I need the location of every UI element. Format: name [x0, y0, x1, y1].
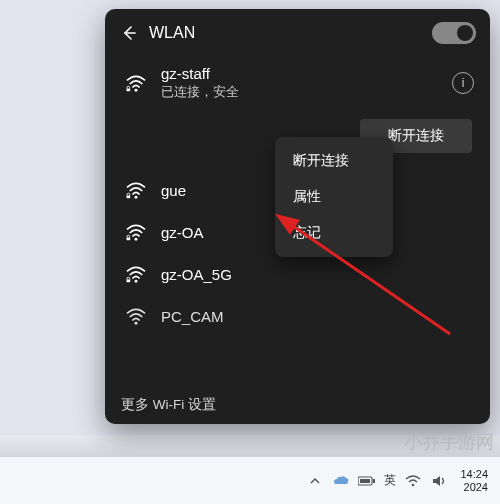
ctx-forget[interactable]: 忘记	[275, 215, 393, 251]
clock-date: 2024	[460, 481, 488, 494]
svg-point-9	[135, 280, 138, 283]
network-info-button[interactable]: i	[452, 72, 474, 94]
svg-rect-8	[127, 238, 131, 241]
tray-volume-icon[interactable]	[430, 472, 448, 490]
svg-point-3	[135, 196, 138, 199]
ctx-disconnect[interactable]: 断开连接	[275, 143, 393, 179]
flyout-title: WLAN	[149, 24, 432, 42]
network-item[interactable]: PC_CAM	[105, 295, 490, 337]
svg-point-0	[135, 89, 138, 92]
wifi-signal-icon	[123, 308, 149, 326]
network-item[interactable]: gz-OA_5G	[105, 253, 490, 295]
svg-rect-11	[127, 280, 131, 283]
ime-indicator[interactable]: 英	[384, 472, 396, 489]
tray-wifi-icon[interactable]	[404, 472, 422, 490]
svg-point-17	[412, 483, 415, 486]
svg-rect-15	[360, 479, 370, 483]
taskbar-shadow	[0, 436, 500, 456]
network-name: PC_CAM	[161, 308, 224, 325]
back-button[interactable]	[115, 19, 143, 47]
battery-icon[interactable]	[358, 472, 376, 490]
network-name: gz-OA	[161, 224, 204, 241]
network-text-block: gz-staff 已连接，安全	[161, 65, 452, 101]
svg-rect-5	[127, 196, 131, 199]
clock-time: 14:24	[460, 468, 488, 481]
network-name: gue	[161, 182, 186, 199]
taskbar: 英 14:24 2024	[0, 456, 500, 504]
wifi-signal-icon	[123, 266, 149, 284]
network-status: 已连接，安全	[161, 83, 452, 101]
network-item-connected[interactable]: gz-staff 已连接，安全 i	[105, 55, 490, 107]
system-tray: 英 14:24 2024	[306, 468, 492, 494]
info-icon: i	[462, 76, 465, 90]
tray-chevron-icon[interactable]	[306, 472, 324, 490]
svg-point-6	[135, 238, 138, 241]
taskbar-clock[interactable]: 14:24 2024	[456, 468, 492, 494]
ctx-properties[interactable]: 属性	[275, 179, 393, 215]
svg-rect-2	[127, 89, 131, 92]
network-name: gz-OA_5G	[161, 266, 232, 283]
wifi-toggle[interactable]	[432, 22, 476, 44]
wifi-signal-icon	[123, 75, 149, 93]
svg-rect-16	[373, 479, 375, 483]
svg-point-12	[135, 322, 138, 325]
network-context-menu: 断开连接 属性 忘记	[275, 137, 393, 257]
wifi-signal-icon	[123, 182, 149, 200]
more-wifi-settings-link[interactable]: 更多 Wi-Fi 设置	[121, 396, 216, 414]
wifi-flyout-panel: WLAN gz-staff 已连接，安全 i	[105, 9, 490, 424]
arrow-left-icon	[121, 25, 137, 41]
onedrive-icon[interactable]	[332, 472, 350, 490]
network-name: gz-staff	[161, 65, 452, 82]
flyout-header: WLAN	[105, 9, 490, 55]
wifi-signal-icon	[123, 224, 149, 242]
